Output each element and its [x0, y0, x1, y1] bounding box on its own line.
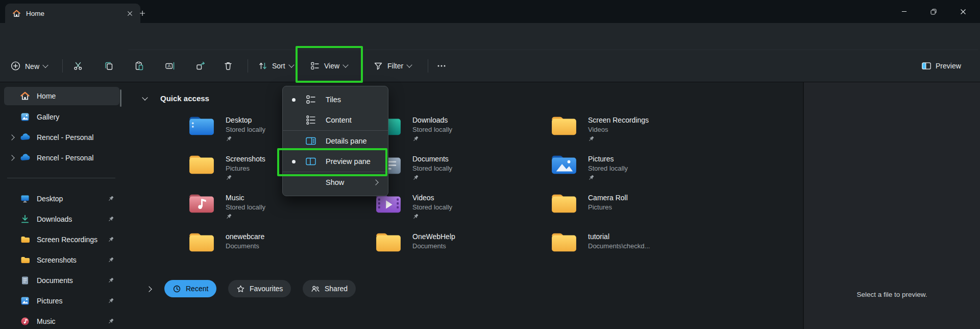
details-pane-icon	[305, 135, 316, 147]
pictures-icon	[19, 295, 31, 307]
tiles-icon	[305, 94, 316, 105]
sidebar-item-desktop[interactable]: Desktop	[4, 190, 119, 208]
sidebar-scrollbar[interactable]	[120, 89, 121, 107]
tile-downloads[interactable]: DownloadsStored locally	[375, 113, 543, 149]
share-icon	[195, 61, 206, 71]
tab-home[interactable]: Home	[5, 4, 140, 23]
more-options-button[interactable]	[435, 59, 448, 73]
sidebar-item-music[interactable]: Music	[4, 312, 119, 329]
rename-button[interactable]: A	[163, 59, 177, 73]
close-window-icon[interactable]	[948, 0, 978, 23]
sidebar-item-documents[interactable]: Documents	[4, 271, 119, 290]
new-icon	[10, 61, 21, 72]
menu-item-content[interactable]: Content	[283, 110, 388, 130]
filter-button[interactable]: Filter	[373, 61, 411, 71]
people-icon	[311, 284, 320, 293]
menu-item-show[interactable]: Show	[283, 172, 388, 193]
folder-icon	[19, 234, 31, 245]
file-explorer-window: Home	[0, 0, 980, 329]
sidebar-item-pictures[interactable]: Pictures	[4, 292, 119, 310]
tile-camera-roll[interactable]: Camera RollPictures	[550, 191, 719, 227]
sidebar-item-home[interactable]: Home	[4, 87, 119, 105]
menu-item-tiles[interactable]: Tiles	[283, 89, 388, 110]
new-button[interactable]: New	[10, 61, 47, 72]
more-options-icon	[436, 61, 447, 71]
music-folder-icon	[188, 192, 215, 215]
paste-button[interactable]	[133, 59, 146, 73]
filter-label: Filter	[387, 62, 403, 70]
sidebar-item-screen-recordings[interactable]: Screen Recordings	[4, 230, 119, 249]
camera-roll-folder-icon	[550, 192, 578, 215]
restore-icon[interactable]	[919, 0, 948, 23]
menu-item-preview-pane[interactable]: Preview pane	[283, 151, 388, 172]
sort-label: Sort	[272, 62, 285, 70]
sidebar-item-screenshots[interactable]: Screenshots	[4, 251, 119, 269]
selected-bullet-icon	[292, 160, 296, 163]
recent-section-chevron-icon[interactable]	[146, 286, 152, 292]
view-dropdown-menu: Tiles Content Details pane Preview pane …	[282, 86, 388, 196]
tile-onewebhelp[interactable]: OneWebHelpDocuments	[375, 230, 543, 266]
minimize-icon[interactable]	[889, 0, 919, 23]
sidebar-divider	[7, 178, 115, 178]
gallery-icon	[19, 111, 31, 123]
recent-pill[interactable]: Recent	[164, 280, 216, 297]
favourites-pill[interactable]: Favourites	[228, 280, 291, 297]
tile-documents[interactable]: DocumentsStored locally	[375, 152, 543, 188]
tile-music[interactable]: MusicStored locally	[188, 191, 356, 227]
sidebar-item-onedrive-1[interactable]: Rencel - Personal	[4, 128, 119, 147]
music-icon	[19, 316, 31, 327]
command-toolbar: New A Sort View Filter Preview	[0, 50, 980, 82]
downloads-icon	[19, 214, 31, 225]
pin-icon	[108, 318, 114, 325]
pin-icon	[412, 175, 419, 181]
submenu-chevron-icon	[373, 179, 378, 185]
sidebar-item-onedrive-2[interactable]: Rencel - Personal	[4, 149, 119, 167]
desktop-icon	[19, 193, 31, 204]
expand-chevron-icon[interactable]	[9, 155, 14, 160]
home-tab-icon	[12, 9, 21, 18]
preview-pane-icon	[305, 156, 316, 167]
tile-tutorial[interactable]: tutorialDocuments\checkd...	[550, 230, 719, 266]
collapse-chevron-icon[interactable]	[142, 95, 148, 100]
cut-button[interactable]	[71, 59, 85, 73]
view-icon	[310, 61, 320, 71]
sort-button[interactable]: Sort	[258, 61, 293, 71]
sidebar-item-gallery[interactable]: Gallery	[4, 108, 119, 126]
cut-icon	[73, 61, 83, 71]
onedrive-icon	[19, 152, 31, 163]
rename-icon: A	[165, 61, 175, 71]
star-icon	[236, 285, 245, 293]
onedrive-icon	[19, 132, 31, 143]
expand-chevron-icon[interactable]	[9, 134, 14, 140]
selected-bullet-icon	[292, 98, 296, 102]
chevron-down-icon	[342, 62, 348, 67]
menu-item-details-pane[interactable]: Details pane	[283, 131, 388, 151]
content-icon	[305, 114, 316, 126]
screen-recordings-folder-icon	[550, 114, 578, 137]
content-area: Home Gallery Rencel - Personal Rencel - …	[0, 82, 980, 329]
filter-icon	[373, 61, 383, 71]
screenshots-folder-icon	[188, 153, 215, 176]
tile-videos[interactable]: VideosStored locally	[375, 191, 543, 227]
chevron-down-icon	[42, 62, 48, 67]
pin-icon	[108, 257, 114, 264]
delete-button[interactable]	[222, 59, 235, 73]
pin-icon	[412, 214, 419, 220]
tutorial-folder-icon	[550, 231, 578, 253]
documents-icon	[19, 275, 31, 286]
tile-onewebcare[interactable]: onewebcareDocuments	[188, 230, 356, 266]
preview-toggle-button[interactable]: Preview	[921, 61, 961, 71]
toolbar-divider	[248, 59, 248, 73]
sidebar-item-downloads[interactable]: Downloads	[4, 210, 119, 228]
pin-icon	[412, 136, 419, 143]
copy-button[interactable]	[102, 59, 115, 73]
tile-pictures[interactable]: PicturesStored locally	[550, 152, 719, 188]
share-button[interactable]	[194, 59, 207, 73]
view-button[interactable]: View	[310, 61, 348, 71]
tile-screen-recordings[interactable]: Screen RecordingsVideos	[550, 113, 719, 149]
copy-icon	[104, 61, 114, 71]
shared-pill[interactable]: Shared	[303, 280, 356, 297]
toolbar-divider	[428, 59, 428, 73]
quick-access-title[interactable]: Quick access	[160, 94, 209, 103]
new-tab-button[interactable]	[135, 6, 150, 21]
